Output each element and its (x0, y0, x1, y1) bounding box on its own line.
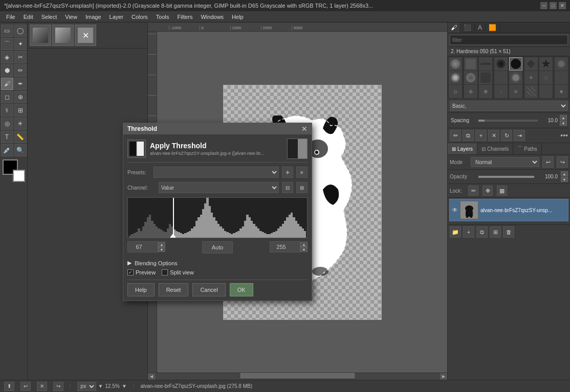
brush-cell[interactable] (464, 57, 477, 71)
tool-measure[interactable]: 📏 (14, 131, 27, 143)
tool-perspective-clone[interactable]: ⊞ (14, 104, 27, 117)
tab-channels[interactable]: ⊟ Channels (477, 143, 513, 154)
cancel-button[interactable]: Cancel (192, 283, 225, 296)
reset-button[interactable]: Reset (159, 283, 189, 296)
tab-paths[interactable]: ⌒ Paths (513, 143, 542, 154)
tool-scissors[interactable]: ✂ (14, 51, 27, 63)
tool-clone[interactable]: ⊕ (14, 91, 27, 103)
mode-redo-btn[interactable]: ↪ (557, 156, 568, 168)
export-button[interactable]: ⬆ (4, 382, 14, 391)
brush-tab[interactable]: 🖌 (448, 22, 461, 33)
brush-cell[interactable] (509, 71, 522, 84)
layer-visibility-icon[interactable]: 👁 (452, 206, 458, 214)
brush-cell[interactable] (524, 57, 538, 71)
brush-action-delete[interactable]: ✕ (488, 130, 499, 141)
canvas-scrollbar[interactable]: ◀ ▶ (148, 373, 447, 380)
tool-paths[interactable]: ✏ (14, 64, 27, 77)
menu-image[interactable]: Image (81, 13, 105, 21)
presets-select[interactable] (154, 167, 279, 178)
tool-paintbrush[interactable]: 🖌 (1, 78, 13, 90)
ok-button[interactable]: OK (230, 283, 253, 296)
channel-linear-btn[interactable]: ⊟ (282, 182, 293, 193)
menu-edit[interactable]: Edit (19, 13, 37, 21)
duplicate-layer-btn[interactable]: ⧉ (476, 226, 488, 238)
brush-cell[interactable]: ✦ (524, 71, 538, 84)
brush-cell[interactable]: ❋ (555, 71, 568, 84)
brush-cell[interactable]: ❊ (494, 85, 508, 98)
brush-action-refresh[interactable]: ↻ (501, 130, 512, 141)
split-view-checkbox[interactable] (162, 269, 168, 275)
new-layer-group-btn[interactable]: 📁 (450, 226, 461, 238)
brush-cell[interactable]: ✱ (509, 85, 522, 98)
brush-more-options[interactable]: ••• (560, 131, 568, 140)
mode-undo-btn[interactable]: ↩ (542, 156, 554, 168)
menu-select[interactable]: Select (37, 13, 61, 21)
dialog-close-button[interactable]: ✕ (301, 125, 308, 132)
tool-eraser[interactable]: ◻ (1, 91, 13, 103)
tool-select-by-color[interactable]: ◈ (1, 51, 13, 63)
low-decrement-btn[interactable]: ▼ (158, 247, 165, 252)
lock-alpha-btn[interactable]: ▦ (497, 186, 507, 196)
brush-cell[interactable] (479, 57, 492, 71)
menu-filters[interactable]: Filters (173, 13, 197, 21)
delete-layer-btn[interactable]: 🗑 (503, 226, 514, 238)
unit-select[interactable]: px (77, 382, 96, 391)
brush-cell[interactable]: ⊕ (539, 71, 553, 84)
brush-cell[interactable] (479, 71, 492, 84)
tool-free-select[interactable]: ⌒ (1, 38, 13, 50)
histogram-container[interactable] (127, 197, 308, 238)
undo-button[interactable]: ↩ (20, 382, 31, 391)
minimize-button[interactable]: ─ (540, 2, 547, 9)
preview-checkbox[interactable] (127, 269, 134, 275)
scrollbar-thumb[interactable] (240, 373, 355, 378)
blending-options-toggle[interactable]: ▶ Blending Options (127, 260, 308, 266)
new-layer-btn[interactable]: + (463, 226, 474, 238)
scroll-left-button[interactable]: ◀ (148, 373, 155, 380)
merge-visible-btn[interactable]: ⊞ (490, 226, 501, 238)
brush-cell[interactable]: ✸ (555, 85, 568, 98)
tool-ellipse-select[interactable]: ◯ (14, 25, 27, 37)
tool-text[interactable]: T (1, 131, 13, 143)
font-tab[interactable]: A (475, 22, 486, 33)
tool-option-thumb-2[interactable] (52, 25, 74, 46)
tool-colorpicker[interactable]: 💉 (1, 144, 13, 156)
tab-layers[interactable]: ⊞ Layers (448, 143, 477, 154)
brush-cell[interactable]: ✿ (449, 85, 462, 98)
brush-cell[interactable] (555, 57, 568, 71)
redo-button[interactable]: ↪ (53, 382, 63, 391)
channel-select[interactable]: Value (159, 182, 279, 193)
brush-cell[interactable] (539, 57, 553, 71)
spacing-slider[interactable] (478, 120, 538, 122)
lock-position-btn[interactable]: ✥ (483, 186, 493, 196)
menu-help[interactable]: Help (228, 13, 248, 21)
brush-cell[interactable] (494, 71, 508, 84)
low-increment-btn[interactable]: ▲ (158, 242, 165, 247)
layer-item[interactable]: 👁 alvan-nee-brFsZ7qszSY-unsp... (449, 199, 568, 221)
lock-pixels-btn[interactable]: ✏ (468, 186, 478, 196)
menu-file[interactable]: File (2, 13, 19, 21)
opacity-decrement[interactable]: ▼ (561, 177, 568, 182)
menu-windows[interactable]: Windows (196, 13, 228, 21)
background-color[interactable] (13, 170, 25, 182)
auto-button[interactable]: Auto (202, 241, 233, 253)
mode-select[interactable]: Normal (471, 157, 539, 167)
channel-log-btn[interactable]: ⊞ (296, 182, 308, 193)
high-value-input[interactable] (270, 241, 300, 252)
opacity-increment[interactable]: ▲ (561, 171, 568, 176)
presets-menu-button[interactable]: ≡ (296, 167, 308, 178)
brush-filter-input[interactable] (450, 35, 568, 45)
menu-colors[interactable]: Colors (127, 13, 152, 21)
brush-cell[interactable]: ❉ (479, 85, 492, 98)
brush-cell[interactable] (449, 71, 462, 84)
spacing-increment[interactable]: ▲ (560, 115, 567, 120)
brush-cell[interactable] (494, 57, 508, 71)
tool-pencil[interactable]: ✒ (14, 78, 27, 90)
brush-action-edit[interactable]: ✏ (450, 130, 461, 141)
brush-cell-selected[interactable] (509, 57, 522, 71)
brush-action-duplicate[interactable]: ⧉ (463, 130, 474, 141)
menu-view[interactable]: View (61, 13, 81, 21)
brush-cell[interactable]: ✤ (464, 85, 477, 98)
brush-cell[interactable] (539, 85, 553, 98)
brush-action-export[interactable]: ⇥ (514, 130, 525, 141)
brush-action-new[interactable]: + (475, 130, 487, 141)
